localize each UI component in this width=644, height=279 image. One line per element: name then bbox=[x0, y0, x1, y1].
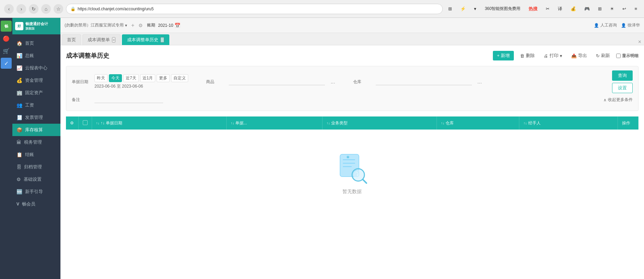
more-date-btn[interactable]: 更多 bbox=[157, 74, 170, 82]
close-all-btn[interactable]: × bbox=[635, 39, 644, 45]
sidebar-item-tax[interactable]: 🏛 税务管理 bbox=[12, 136, 60, 148]
query-btn[interactable]: 查询 bbox=[612, 70, 633, 81]
sidebar-label-assets: 固定资产 bbox=[25, 90, 43, 96]
show-columns-checkbox[interactable] bbox=[616, 54, 621, 58]
sidebar-item-settle[interactable]: 📋 结账 bbox=[12, 148, 60, 161]
url-bar[interactable]: 🔒 https://cloud.chanjet.com/accounting/u… bbox=[66, 4, 443, 14]
home-button[interactable]: ⌂ bbox=[41, 4, 51, 14]
goods-ellipsis[interactable]: ... bbox=[330, 79, 335, 85]
nav-logo-edition: 旗舰版 bbox=[25, 26, 48, 31]
print-btn[interactable]: 🖨 打印 ▾ bbox=[541, 51, 565, 60]
delete-btn[interactable]: 🗑 删除 bbox=[517, 51, 538, 60]
sidebar-item-guide[interactable]: 🆕 新手引导 bbox=[12, 186, 60, 198]
date-filter-group: 昨天 今天 近7天 近1月 更多 自定义 2023-06-06 至 2023-0… bbox=[94, 74, 188, 89]
export-btn[interactable]: 📤 导出 bbox=[568, 51, 590, 60]
th-gear[interactable]: ⚙ bbox=[66, 116, 78, 130]
sidebar-item-inventory[interactable]: 📦 库存核算 bbox=[12, 124, 60, 136]
warehouse-input[interactable] bbox=[376, 79, 472, 85]
th-biz-type[interactable]: ↑↓ 业务类型 bbox=[322, 116, 437, 130]
filter-settings-btn[interactable]: 设置 bbox=[612, 83, 633, 93]
tax-icon: 🏛 bbox=[16, 140, 21, 145]
sidebar-item-assets[interactable]: 🏢 固定资产 bbox=[12, 87, 60, 99]
apps-btn[interactable]: ⊞ bbox=[595, 5, 605, 13]
scissors-btn[interactable]: ✂ bbox=[543, 5, 552, 13]
extensions-btn[interactable]: ⊞ bbox=[445, 5, 455, 13]
print-icon: 🖨 bbox=[544, 53, 548, 58]
tab-cost-adjust-history[interactable]: 成本调整单历史 × bbox=[122, 34, 169, 45]
sidebar-item-ledger[interactable]: 📊 总账 bbox=[12, 49, 60, 62]
tab-cost-adjust-close[interactable]: × bbox=[112, 37, 115, 43]
th-warehouse[interactable]: ↑↓ 仓库 bbox=[437, 116, 519, 130]
refresh-icon: ↻ bbox=[596, 53, 600, 58]
th-number[interactable]: ↑↓ 单据... bbox=[226, 116, 322, 130]
service-btn[interactable]: 👤 人工咨询 bbox=[594, 22, 617, 28]
sidebar-item-archive[interactable]: 🗄 归档管理 bbox=[12, 161, 60, 173]
custom-date-btn[interactable]: 自定义 bbox=[171, 74, 188, 82]
bookmark-button[interactable]: ☆ bbox=[54, 4, 63, 14]
period-value: 2021-10 bbox=[158, 23, 173, 28]
sidebar-label-home: 首页 bbox=[25, 40, 34, 46]
menu-btn[interactable]: ≡ bbox=[632, 5, 640, 13]
th-check[interactable] bbox=[78, 116, 92, 130]
yesterday-btn[interactable]: 昨天 bbox=[94, 74, 108, 82]
today-btn[interactable]: 今天 bbox=[109, 74, 122, 82]
table-header: ⚙ ↑↓ ↑↓ 单据日期 ↑↓ 单据... ↑ bbox=[66, 116, 639, 130]
tab-cost-adjust[interactable]: 成本调整单 × bbox=[82, 34, 121, 45]
page-actions: + 新增 🗑 删除 🖨 打印 ▾ 📤 导出 ↻ bbox=[493, 51, 639, 60]
wallet-btn[interactable]: 💰 bbox=[568, 5, 579, 13]
remark-input[interactable] bbox=[94, 97, 163, 103]
tab-home[interactable]: 首页 bbox=[62, 34, 81, 45]
warehouse-ellipsis[interactable]: ... bbox=[477, 79, 482, 85]
app-container: 畅 🔴 🛒 ✓ 好 畅捷通好会计 旗舰版 🏠 首页 📊 总账 📈 bbox=[0, 18, 644, 279]
sidebar-item-payroll[interactable]: 👥 工资 bbox=[12, 99, 60, 111]
history-btn[interactable]: ↩ bbox=[620, 5, 629, 13]
search-text: 360智能抠图免费用 bbox=[482, 4, 523, 13]
collapse-arrow-icon: ∧ bbox=[603, 98, 607, 102]
new-btn[interactable]: + 新增 bbox=[493, 51, 514, 60]
sidebar-item-member[interactable]: V 畅会员 bbox=[12, 198, 60, 210]
calendar-icon[interactable]: 📅 bbox=[174, 23, 180, 28]
home-icon: 🏠 bbox=[16, 41, 22, 46]
icon-sidebar-active[interactable]: ✓ bbox=[1, 58, 12, 69]
sidebar-item-settings[interactable]: ⚙ 基础设置 bbox=[12, 173, 60, 186]
guide-icon: 🆕 bbox=[16, 189, 22, 194]
th-handler[interactable]: ↑↓ 经手人 bbox=[519, 116, 618, 130]
period-label: 账期 bbox=[147, 22, 155, 28]
filter-row-remark: 备注 ∧ 收起更多条件 bbox=[72, 97, 633, 103]
tab-cost-adjust-history-close[interactable]: × bbox=[160, 37, 164, 43]
icon-sidebar-shop[interactable]: 🛒 bbox=[1, 45, 12, 56]
icon-sidebar-social[interactable]: 🔴 bbox=[1, 33, 12, 44]
th-date[interactable]: ↑↓ ↑↓ 单据日期 bbox=[92, 116, 226, 130]
refresh-btn[interactable]: ↻ 刷新 bbox=[593, 51, 613, 60]
dropdown-btn[interactable]: ▾ bbox=[471, 5, 479, 13]
lightning-btn[interactable]: ⚡ bbox=[457, 5, 468, 13]
sidebar-item-invoice[interactable]: 🧾 发票管理 bbox=[12, 111, 60, 124]
reload-button[interactable]: ↻ bbox=[29, 4, 38, 14]
user-avatar-icon: 👤 bbox=[621, 23, 626, 28]
settle-icon: 📋 bbox=[16, 152, 22, 157]
company-dropdown-icon[interactable]: ▾ bbox=[125, 23, 127, 28]
collapse-btn[interactable]: ∧ 收起更多条件 bbox=[603, 97, 633, 103]
sort-arrows-warehouse: ↑↓ bbox=[441, 121, 444, 125]
icon-sidebar-logo: 畅 bbox=[1, 21, 12, 32]
back-button[interactable]: ‹ bbox=[4, 4, 14, 14]
assets-icon: 🏢 bbox=[16, 90, 22, 96]
theme-btn[interactable]: ☀ bbox=[607, 5, 617, 13]
translate-btn[interactable]: 译 bbox=[555, 4, 565, 13]
add-company-btn[interactable]: + bbox=[131, 22, 134, 29]
7days-btn[interactable]: 近7天 bbox=[123, 74, 139, 82]
header-checkbox[interactable] bbox=[83, 120, 88, 125]
settings-gear-btn[interactable]: ⚙ bbox=[138, 23, 143, 28]
1month-btn[interactable]: 近1月 bbox=[140, 74, 156, 82]
forward-button[interactable]: › bbox=[16, 4, 26, 14]
sidebar-item-reports[interactable]: 📈 云报表中心 bbox=[12, 62, 60, 74]
inventory-icon: 📦 bbox=[16, 127, 22, 133]
user-btn[interactable]: 👤 徐泽华 bbox=[621, 22, 640, 28]
sidebar-item-funds[interactable]: 💰 资金管理 bbox=[12, 74, 60, 87]
sidebar-label-reports: 云报表中心 bbox=[25, 65, 47, 71]
sidebar-item-home[interactable]: 🏠 首页 bbox=[12, 37, 60, 49]
empty-state: 暂无数据 bbox=[66, 130, 639, 215]
show-columns-label[interactable]: 显示明细 bbox=[616, 53, 639, 59]
goods-input[interactable] bbox=[229, 79, 325, 85]
game-btn[interactable]: 🎮 bbox=[581, 5, 592, 13]
